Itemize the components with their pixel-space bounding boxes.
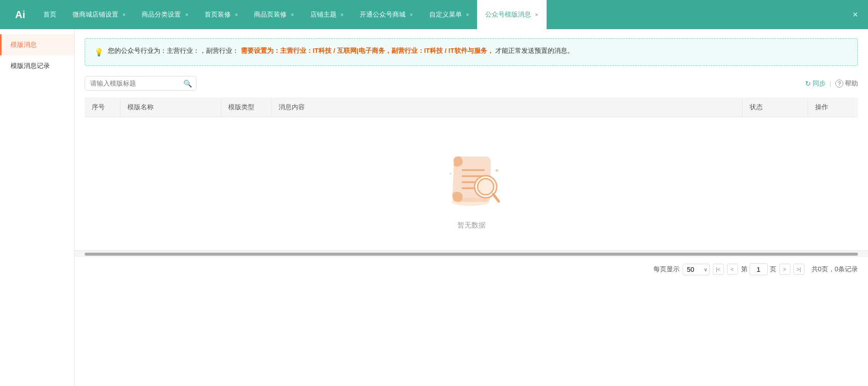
col-action: 操作 — [808, 98, 858, 117]
help-circle-icon: ? — [835, 80, 843, 88]
last-page-button[interactable]: >| — [793, 264, 805, 275]
tab-close-icon[interactable]: × — [535, 12, 538, 18]
notice-banner: 💡 您的公众号行业为：主营行业：，副营行业： 需要设置为：主营行业：IT科技 /… — [85, 38, 858, 66]
col-index: 序号 — [85, 98, 120, 117]
close-all-button[interactable]: × — [847, 10, 863, 20]
total-label: 共0页，0条记录 — [812, 265, 858, 274]
tab-product-decoration[interactable]: 商品页装修 × — [246, 0, 302, 29]
col-name: 模版名称 — [120, 98, 221, 117]
notice-highlight: 需要设置为：主营行业：IT科技 / 互联网|电子商务，副营行业：IT科技 / I… — [241, 47, 494, 54]
table-header-row: 序号 模版名称 模版类型 消息内容 状态 操作 — [85, 98, 858, 117]
per-page-wrap: 50 20 100 — [683, 264, 710, 275]
search-right: ↻ 同步 | ? 帮助 — [805, 79, 858, 88]
pagination: 每页显示 50 20 100 |< < 第 页 > >| 共0页，0条记录 — [85, 257, 858, 275]
refresh-icon: ↻ — [805, 80, 811, 88]
col-status: 状态 — [742, 98, 808, 117]
top-nav: Ai 首页 微商城店铺设置 × 商品分类设置 × 首页装修 × 商品页装修 × … — [0, 0, 868, 29]
search-left: 🔍 — [85, 76, 196, 91]
tab-close-icon[interactable]: × — [291, 12, 294, 18]
per-page-select[interactable]: 50 20 100 — [683, 264, 710, 275]
page-input-wrap: 第 页 — [741, 263, 776, 275]
empty-illustration: ✦ ✦ — [436, 147, 507, 213]
scrollbar-area[interactable] — [75, 250, 868, 257]
table-body: ✦ ✦ 暂无数据 — [85, 117, 858, 251]
empty-text: 暂无数据 — [457, 221, 486, 230]
bulb-icon: 💡 — [94, 46, 104, 58]
tab-open-mall[interactable]: 开通公众号商城 × — [352, 0, 421, 29]
page-label: 第 — [741, 265, 748, 274]
help-button[interactable]: ? 帮助 — [835, 79, 858, 88]
tab-close-icon[interactable]: × — [466, 12, 469, 18]
tab-close-icon[interactable]: × — [122, 12, 125, 18]
sidebar: 模版消息 模版消息记录 — [0, 29, 75, 386]
tab-close-icon[interactable]: × — [341, 12, 344, 18]
svg-text:✦: ✦ — [494, 167, 499, 174]
search-input[interactable] — [85, 76, 196, 90]
sync-button[interactable]: ↻ 同步 — [805, 79, 826, 88]
scrollbar-track[interactable] — [85, 253, 858, 256]
per-page-label: 每页显示 — [653, 265, 680, 274]
page-unit: 页 — [770, 265, 776, 274]
nav-tabs: 首页 微商城店铺设置 × 商品分类设置 × 首页装修 × 商品页装修 × 店铺主… — [35, 0, 847, 29]
page-input[interactable] — [750, 263, 768, 275]
col-content: 消息内容 — [271, 98, 742, 117]
divider: | — [830, 80, 831, 87]
tab-home-decoration[interactable]: 首页装修 × — [196, 0, 246, 29]
sidebar-item-template-message[interactable]: 模版消息 — [0, 34, 74, 55]
next-page-button[interactable]: > — [779, 264, 790, 275]
tab-close-icon[interactable]: × — [235, 12, 238, 18]
empty-state: ✦ ✦ 暂无数据 — [85, 117, 858, 250]
scrollbar-thumb[interactable] — [85, 253, 858, 256]
search-bar: 🔍 ↻ 同步 | ? 帮助 — [85, 76, 858, 91]
app-logo: Ai — [5, 0, 35, 29]
notice-text: 您的公众号行业为：主营行业：，副营行业： 需要设置为：主营行业：IT科技 / 互… — [108, 46, 574, 56]
tab-custom-menu[interactable]: 自定义菜单 × — [421, 0, 477, 29]
tab-store-theme[interactable]: 店铺主题 × — [302, 0, 352, 29]
main-layout: 模版消息 模版消息记录 💡 您的公众号行业为：主营行业：，副营行业： 需要设置为… — [0, 29, 868, 386]
sidebar-item-template-record[interactable]: 模版消息记录 — [0, 55, 74, 76]
svg-line-8 — [493, 194, 499, 201]
content-area: 💡 您的公众号行业为：主营行业：，副营行业： 需要设置为：主营行业：IT科技 /… — [75, 29, 868, 386]
tab-shop-settings[interactable]: 微商城店铺设置 × — [64, 0, 133, 29]
tab-category-settings[interactable]: 商品分类设置 × — [133, 0, 196, 29]
first-page-button[interactable]: |< — [713, 264, 724, 275]
prev-page-button[interactable]: < — [727, 264, 738, 275]
tab-template-message[interactable]: 公众号模版消息 × — [477, 0, 546, 29]
tab-close-icon[interactable]: × — [185, 12, 188, 18]
search-input-wrap: 🔍 — [85, 76, 196, 91]
data-table: 序号 模版名称 模版类型 消息内容 状态 操作 — [85, 98, 858, 250]
tab-home[interactable]: 首页 — [35, 0, 64, 29]
col-type: 模版类型 — [221, 98, 271, 117]
search-icon[interactable]: 🔍 — [183, 80, 192, 88]
svg-text:✦: ✦ — [449, 172, 452, 176]
empty-row: ✦ ✦ 暂无数据 — [85, 117, 858, 251]
tab-close-icon[interactable]: × — [410, 12, 413, 18]
